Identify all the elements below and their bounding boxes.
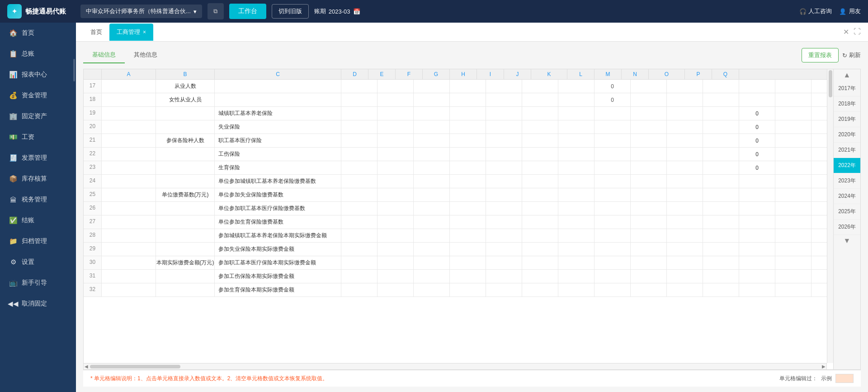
cell-32-k[interactable] — [594, 283, 631, 296]
cell-29-c[interactable]: 参加失业保险本期实际缴费金额 — [215, 243, 341, 256]
cell-25-p[interactable] — [775, 188, 811, 201]
calendar-icon[interactable]: 📅 — [353, 8, 360, 15]
cell-29-g[interactable] — [450, 243, 486, 256]
cell-31-a[interactable] — [102, 270, 156, 283]
cell-22-h[interactable] — [486, 148, 522, 161]
col-header-k[interactable]: K — [531, 69, 567, 79]
cell-20-i[interactable] — [522, 120, 558, 134]
vertical-scrollbar[interactable] — [827, 69, 833, 363]
cell-17-h[interactable] — [486, 80, 522, 93]
cell-17-k[interactable]: 0 — [594, 80, 631, 93]
cell-17-m[interactable] — [667, 80, 703, 93]
cell-25-l[interactable] — [631, 188, 667, 201]
cell-30-d[interactable] — [341, 256, 377, 269]
cell-32-j[interactable] — [558, 283, 594, 296]
cell-32-m[interactable] — [667, 283, 703, 296]
year-item-2024[interactable]: 2024年 — [834, 189, 860, 204]
cell-23-h[interactable] — [486, 161, 522, 174]
cell-24-h[interactable] — [486, 175, 522, 188]
col-header-i[interactable]: I — [477, 69, 504, 79]
cell-27-f[interactable] — [414, 215, 450, 229]
cell-20-j[interactable] — [558, 120, 594, 134]
cell-25-j[interactable] — [558, 188, 594, 201]
cell-28-o[interactable] — [739, 229, 775, 242]
cell-20-l[interactable] — [631, 120, 667, 134]
cell-20-c[interactable]: 失业保险 — [215, 120, 341, 134]
cell-20-q[interactable] — [811, 120, 827, 134]
cell-22-a[interactable] — [102, 148, 156, 161]
switch-version-button[interactable]: 切到旧版 — [272, 4, 309, 19]
cell-18-f[interactable] — [414, 93, 450, 106]
cell-20-a[interactable] — [102, 120, 156, 134]
cell-24-c[interactable]: 单位参加城镇职工基本养老保险缴费基数 — [215, 175, 341, 188]
cell-26-b[interactable] — [156, 202, 215, 215]
col-header-m[interactable]: M — [594, 69, 622, 79]
cell-27-o[interactable] — [739, 215, 775, 229]
year-item-2022[interactable]: 2022年 — [834, 158, 860, 173]
cell-26-c[interactable]: 单位参加职工基本医疗保险缴费基数 — [215, 202, 341, 215]
cell-17-i[interactable] — [522, 80, 558, 93]
cell-28-q[interactable] — [811, 229, 827, 242]
cell-28-g[interactable] — [450, 229, 486, 242]
cell-28-e[interactable] — [377, 229, 414, 242]
cell-24-a[interactable] — [102, 175, 156, 188]
year-item-2021[interactable]: 2021年 — [834, 143, 860, 158]
cell-30-o[interactable] — [739, 256, 775, 269]
cell-26-a[interactable] — [102, 202, 156, 215]
cell-25-i[interactable] — [522, 188, 558, 201]
cell-31-f[interactable] — [414, 270, 450, 283]
cell-27-m[interactable] — [667, 215, 703, 229]
cell-19-g[interactable] — [450, 107, 486, 120]
cell-29-p[interactable] — [775, 243, 811, 256]
cell-32-p[interactable] — [775, 283, 811, 296]
cell-21-l[interactable] — [631, 134, 667, 147]
sidebar-item-settings[interactable]: ⚙ 设置 — [0, 252, 76, 272]
cell-23-o[interactable]: 0 — [739, 161, 775, 174]
cell-31-c[interactable]: 参加工伤保险本期实际缴费金额 — [215, 270, 341, 283]
cell-26-h[interactable] — [486, 202, 522, 215]
cell-21-e[interactable] — [377, 134, 414, 147]
cell-26-p[interactable] — [775, 202, 811, 215]
cell-23-f[interactable] — [414, 161, 450, 174]
year-item-2019[interactable]: 2019年 — [834, 112, 860, 127]
cell-30-f[interactable] — [414, 256, 450, 269]
cell-28-f[interactable] — [414, 229, 450, 242]
cell-25-c[interactable]: 单位参加失业保险缴费基数 — [215, 188, 341, 201]
cell-19-c[interactable]: 城镇职工基本养老保险 — [215, 107, 341, 120]
cell-23-j[interactable] — [558, 161, 594, 174]
cell-21-o[interactable]: 0 — [739, 134, 775, 147]
cell-30-l[interactable] — [631, 256, 667, 269]
cell-30-c[interactable]: 参加职工基本医疗保险本期实际缴费金额 — [215, 256, 341, 269]
cell-27-g[interactable] — [450, 215, 486, 229]
cell-30-j[interactable] — [558, 256, 594, 269]
cell-26-j[interactable] — [558, 202, 594, 215]
cell-20-d[interactable] — [341, 120, 377, 134]
cell-32-f[interactable] — [414, 283, 450, 296]
cell-27-d[interactable] — [341, 215, 377, 229]
cell-17-j[interactable] — [558, 80, 594, 93]
cell-23-d[interactable] — [341, 161, 377, 174]
cell-28-m[interactable] — [667, 229, 703, 242]
year-scroll-up[interactable]: ▲ — [834, 69, 860, 81]
cell-18-m[interactable] — [667, 93, 703, 106]
cell-21-m[interactable] — [667, 134, 703, 147]
cell-32-c[interactable]: 参加生育保险本期实际缴费金额 — [215, 283, 341, 296]
sidebar-item-invoice[interactable]: 🧾 发票管理 — [0, 148, 76, 168]
cell-23-a[interactable] — [102, 161, 156, 174]
cell-22-i[interactable] — [522, 148, 558, 161]
cell-18-e[interactable] — [377, 93, 414, 106]
cell-28-b[interactable] — [156, 229, 215, 242]
cell-25-a[interactable] — [102, 188, 156, 201]
cell-26-e[interactable] — [377, 202, 414, 215]
cell-17-o[interactable] — [739, 80, 775, 93]
cell-21-j[interactable] — [558, 134, 594, 147]
cell-25-n[interactable] — [703, 188, 739, 201]
cell-22-f[interactable] — [414, 148, 450, 161]
cell-28-d[interactable] — [341, 229, 377, 242]
cell-30-b[interactable]: 本期实际缴费金额(万元) — [156, 256, 215, 269]
cell-32-l[interactable] — [631, 283, 667, 296]
cell-27-a[interactable] — [102, 215, 156, 229]
col-header-h[interactable]: H — [450, 69, 477, 79]
cell-31-e[interactable] — [377, 270, 414, 283]
cell-30-e[interactable] — [377, 256, 414, 269]
